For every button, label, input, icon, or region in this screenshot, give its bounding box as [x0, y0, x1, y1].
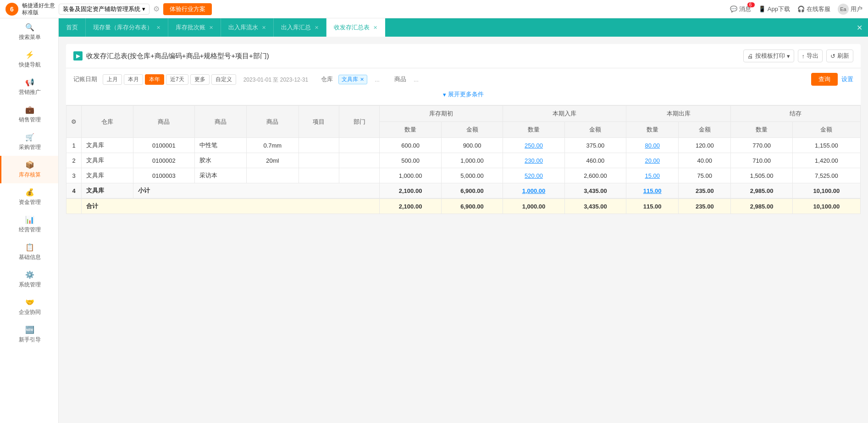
this-month-btn[interactable]: 本月 [124, 74, 143, 85]
system-icon: ⚙️ [25, 270, 34, 279]
closing-group-header: 结存 [731, 106, 861, 122]
sidebar: 🔍 搜索菜单 ⚡ 快捷导航 📢 营销推广 💼 销售管理 🛒 采购管理 📦 库存核… [0, 18, 59, 423]
sidebar-label-enterprise: 企业协同 [19, 308, 41, 316]
in-qty-link[interactable]: 250.00 [525, 142, 543, 149]
marketing-icon: 📢 [25, 78, 34, 87]
headset-icon: 🎧 [797, 5, 805, 12]
close-icon[interactable]: ✕ [262, 25, 266, 31]
subtotal-out-qty-link[interactable]: 115.00 [643, 187, 662, 194]
tab-stock-dist[interactable]: 现存量（库存分布表） ✕ [86, 18, 168, 37]
chevron-down-icon: ▾ [443, 91, 446, 98]
filter-row: 记账日期 上月 本月 本年 近7天 更多 自定义 2023-01-01 至 20… [73, 73, 853, 86]
expand-conditions-row: ▾ 展开更多条件 [73, 88, 853, 100]
sidebar-label-marketing: 营销推广 [19, 88, 41, 96]
sidebar-item-inventory[interactable]: 📦 库存核算 [0, 156, 58, 183]
custom-btn[interactable]: 自定义 [211, 74, 236, 85]
tab-inout-flow[interactable]: 出入库流水 ✕ [221, 18, 274, 37]
main-layout: 🔍 搜索菜单 ⚡ 快捷导航 📢 营销推广 💼 销售管理 🛒 采购管理 📦 库存核… [0, 18, 868, 423]
warehouse-more-button[interactable]: ... [375, 76, 380, 83]
query-button[interactable]: 查询 [811, 73, 838, 86]
expand-collapse-button[interactable]: ▶ [73, 51, 83, 60]
sidebar-label-purchase: 采购管理 [19, 143, 41, 151]
opening-group-header: 库存期初 [380, 106, 503, 122]
sidebar-label-quick: 快捷导航 [19, 61, 41, 69]
system-selector[interactable]: 装备及固定资产辅助管理系统 ▾ [59, 4, 149, 15]
close-all-tabs-button[interactable]: ✕ [851, 23, 868, 32]
out-qty-header: 数量 [626, 122, 679, 138]
app-download-button[interactable]: 📱 App下载 [758, 5, 790, 13]
tab-batch[interactable]: 库存批次账 ✕ [168, 18, 221, 37]
goods-more-button[interactable]: ... [414, 76, 419, 83]
sidebar-item-quick[interactable]: ⚡ 快捷导航 [0, 46, 58, 73]
try-button[interactable]: 体验行业方案 [163, 3, 212, 15]
online-service-button[interactable]: 🎧 在线客服 [797, 5, 830, 13]
settings-col-header[interactable]: ⚙ [66, 106, 82, 138]
close-icon-active[interactable]: ✕ [373, 25, 377, 31]
table-row: 2 文具库 0100002 胶水 20ml 500.00 1,000.00 23… [66, 153, 861, 168]
warehouse-col-header: 仓库 [82, 106, 133, 138]
notification-button[interactable]: 💬 消息 6 [730, 5, 751, 13]
project-col-header: 项目 [299, 106, 339, 138]
last-month-btn[interactable]: 上月 [103, 74, 122, 85]
date-shortcuts: 上月 本月 本年 近7天 更多 自定义 [103, 74, 236, 85]
more-btn[interactable]: 更多 [190, 74, 210, 85]
out-qty-link[interactable]: 15.00 [645, 172, 660, 179]
sidebar-item-system[interactable]: ⚙️ 系统管理 [0, 266, 58, 293]
sidebar-item-finance[interactable]: 💰 资金管理 [0, 183, 58, 211]
out-qty-link[interactable]: 20.00 [645, 157, 660, 164]
subtotal-in-qty-link[interactable]: 1,000.00 [522, 187, 546, 194]
purchase-icon: 🛒 [25, 133, 34, 142]
close-amt-header: 金额 [792, 122, 860, 138]
sidebar-label-basic: 基础信息 [19, 253, 41, 261]
expand-conditions-button[interactable]: ▾ 展开更多条件 [443, 88, 484, 100]
in-qty-link[interactable]: 520.00 [525, 172, 543, 179]
last-7-days-btn[interactable]: 近7天 [166, 74, 188, 85]
sidebar-item-enterprise[interactable]: 🤝 企业协同 [0, 293, 58, 321]
tab-inout-summary[interactable]: 出入库汇总 ✕ [274, 18, 326, 37]
sidebar-label-guide: 新手引导 [19, 336, 41, 344]
close-icon[interactable]: ✕ [315, 25, 319, 31]
sidebar-item-guide[interactable]: 🆕 新手引导 [0, 321, 58, 348]
close-icon[interactable]: ✕ [209, 25, 213, 31]
sidebar-label-operations: 经营管理 [19, 226, 41, 234]
settings-icon[interactable]: ⚙ [153, 5, 160, 13]
guide-icon: 🆕 [25, 325, 34, 334]
sidebar-item-operations[interactable]: 📊 经营管理 [0, 211, 58, 238]
page-actions: 🖨 按模板打印 ▾ ↑ 导出 ↺ 刷新 [743, 49, 854, 62]
sidebar-item-marketing[interactable]: 📢 营销推广 [0, 73, 58, 101]
open-amt-header: 金额 [441, 122, 503, 138]
close-icon[interactable]: ✕ [156, 25, 160, 31]
finance-icon: 💰 [25, 188, 34, 197]
export-button[interactable]: ↑ 导出 [798, 49, 823, 62]
page-title: 收发存汇总表(按仓库+商品编码+商品+规格型号+项目+部门) [86, 52, 269, 60]
close-qty-header: 数量 [731, 122, 792, 138]
refresh-icon: ↺ [830, 53, 835, 60]
sidebar-item-basic[interactable]: 📋 基础信息 [0, 238, 58, 266]
sidebar-label-finance: 资金管理 [19, 198, 41, 206]
in-qty-link[interactable]: 230.00 [525, 157, 543, 164]
footer-close-amt: 10,100.00 [792, 198, 860, 214]
sidebar-item-sales[interactable]: 💼 销售管理 [0, 101, 58, 128]
footer-out-amt: 235.00 [679, 198, 731, 214]
remove-warehouse-tag[interactable]: ✕ [360, 77, 364, 82]
settings-link[interactable]: 设置 [841, 75, 853, 83]
tab-home[interactable]: 首页 [59, 18, 86, 37]
column-settings-icon: ⚙ [71, 118, 77, 125]
tab-receive-summary[interactable]: 收发存汇总表 ✕ [326, 18, 385, 37]
sidebar-item-search[interactable]: 🔍 搜索菜单 [0, 18, 58, 46]
operations-icon: 📊 [25, 215, 34, 224]
system-name-label: 装备及固定资产辅助管理系统 [63, 5, 140, 13]
footer-in-amt: 3,435.00 [564, 198, 626, 214]
this-year-btn[interactable]: 本年 [145, 74, 164, 85]
print-template-button[interactable]: 🖨 按模板打印 ▾ [743, 49, 794, 62]
query-section: 查询 设置 [811, 73, 853, 86]
out-qty-link[interactable]: 80.00 [645, 142, 660, 149]
sidebar-item-purchase[interactable]: 🛒 采购管理 [0, 128, 58, 156]
footer-label: 合计 [82, 198, 380, 214]
warehouse-tag: 文具库 ✕ [338, 75, 367, 84]
refresh-button[interactable]: ↺ 刷新 [826, 49, 853, 62]
goods-filter-label: 商品 [394, 75, 406, 83]
footer-open-qty: 2,100.00 [380, 198, 441, 214]
filter-area: 记账日期 上月 本月 本年 近7天 更多 自定义 2023-01-01 至 20… [66, 68, 861, 105]
user-menu[interactable]: Ea 用户 [838, 4, 862, 15]
